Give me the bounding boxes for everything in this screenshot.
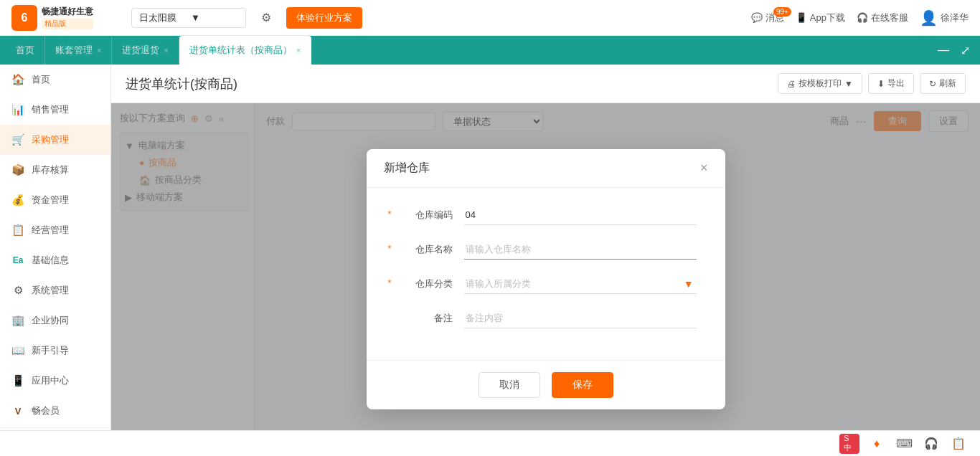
tab-purchase-stats[interactable]: 进货单统计表（按商品） ×	[179, 36, 311, 65]
sidebar: 🏠 首页 📊 销售管理 🛒 采购管理 📦 库存核算 💰 资金管理 📋 经营管理 …	[0, 65, 111, 456]
close-purchase-stats-tab-icon[interactable]: ×	[296, 46, 301, 54]
printer-icon: 🖨	[787, 79, 796, 89]
messages-button[interactable]: 💬 消息 99+	[751, 11, 784, 24]
sidebar-item-app-center[interactable]: 📱 应用中心	[0, 366, 110, 396]
nav-action-buttons: — ⤢	[933, 41, 974, 60]
tab-purchase-return[interactable]: 进货退货 ×	[112, 36, 179, 65]
category-select-wrapper: 请输入所属分类 ▼	[464, 274, 697, 294]
name-label: 仓库名称	[395, 243, 453, 256]
note-label: 备注	[395, 312, 453, 325]
modal-footer: 取消 保存	[367, 360, 725, 409]
tab-home[interactable]: 首页	[6, 36, 45, 65]
inventory-icon: 📦	[11, 163, 24, 176]
bottom-bar: S中 ♦ ⌨ 🎧 📋	[0, 430, 980, 456]
sidebar-item-inventory[interactable]: 📦 库存核算	[0, 155, 110, 185]
top-header: 6 畅捷通好生意 精品版 日太阳膜 ▼ ⚙ 体验行业方案 💬 消息 99+ 📱 …	[0, 0, 980, 36]
note-input[interactable]	[464, 308, 697, 328]
sidebar-label-sales: 销售管理	[32, 103, 69, 116]
new-warehouse-modal: 新增仓库 × 仓库编码 仓库名称	[367, 149, 725, 409]
sidebar-item-basic-info[interactable]: Ea 基础信息	[0, 245, 110, 275]
code-input[interactable]	[464, 205, 697, 225]
refresh-icon: ↻	[929, 79, 936, 89]
store-selector[interactable]: 日太阳膜 ▼	[131, 8, 246, 28]
cancel-button[interactable]: 取消	[479, 372, 540, 398]
sidebar-item-system[interactable]: ⚙ 系统管理	[0, 275, 110, 305]
sidebar-item-purchase[interactable]: 🛒 采购管理	[0, 125, 110, 155]
sidebar-item-home[interactable]: 🏠 首页	[0, 65, 110, 95]
operations-icon: 📋	[11, 224, 24, 237]
modal-header: 新增仓库 ×	[367, 149, 725, 188]
name-input[interactable]	[464, 239, 697, 260]
sidebar-label-guide: 新手引导	[32, 344, 69, 357]
export-button[interactable]: ⬇ 导出	[868, 73, 914, 94]
category-label: 仓库分类	[395, 277, 453, 290]
sidebar-item-sales[interactable]: 📊 销售管理	[0, 95, 110, 125]
sidebar-item-operations[interactable]: 📋 经营管理	[0, 215, 110, 245]
home-tab-label: 首页	[16, 44, 34, 57]
message-badge: 99+	[773, 7, 791, 16]
save-button[interactable]: 保存	[552, 372, 613, 398]
sidebar-label-inventory: 库存核算	[32, 163, 69, 176]
app-center-icon: 📱	[11, 374, 24, 387]
category-select[interactable]: 请输入所属分类	[464, 274, 697, 294]
header-right: 💬 消息 99+ 📱 App下载 🎧 在线客服 👤 徐泽华	[751, 9, 969, 27]
page-title: 进货单统计(按商品)	[126, 75, 778, 92]
sidebar-label-app-center: 应用中心	[32, 374, 69, 387]
modal-overlay: 新增仓库 × 仓库编码 仓库名称	[111, 103, 980, 455]
purchase-return-tab-label: 进货退货	[122, 44, 159, 57]
sidebar-label-finance: 资金管理	[32, 194, 69, 206]
main-layout: 🏠 首页 📊 销售管理 🛒 采购管理 📦 库存核算 💰 资金管理 📋 经营管理 …	[0, 65, 980, 456]
tab-accounts[interactable]: 账套管理 ×	[45, 36, 112, 65]
finance-icon: 💰	[11, 194, 24, 206]
basic-info-icon: Ea	[11, 254, 24, 267]
print-button[interactable]: 🖨 按模板打印 ▼	[778, 73, 862, 94]
system-icon: ⚙	[11, 284, 24, 297]
minimize-window-button[interactable]: —	[933, 41, 953, 60]
modal-body: 仓库编码 仓库名称 仓库分类	[367, 188, 725, 360]
sidebar-label-operations: 经营管理	[32, 224, 69, 237]
keyboard-icon[interactable]: ⌨	[894, 434, 914, 454]
chevron-down-icon: ▼	[191, 12, 238, 23]
app-icon: 📱	[796, 12, 807, 23]
cn-input-icon[interactable]: S中	[839, 434, 859, 454]
refresh-button[interactable]: ↻ 刷新	[920, 73, 966, 94]
export-icon: ⬇	[877, 79, 885, 89]
close-accounts-tab-icon[interactable]: ×	[97, 46, 101, 54]
sidebar-label-system: 系统管理	[32, 284, 69, 297]
clipboard-icon[interactable]: 📋	[948, 434, 969, 454]
sales-icon: 📊	[11, 103, 24, 116]
trial-button[interactable]: 体验行业方案	[286, 7, 362, 29]
sidebar-item-member[interactable]: V 畅会员	[0, 396, 110, 426]
content-header: 进货单统计(按商品) 🖨 按模板打印 ▼ ⬇ 导出 ↻ 刷新	[111, 65, 980, 103]
maximize-window-button[interactable]: ⤢	[956, 41, 974, 60]
audio-icon[interactable]: 🎧	[921, 434, 941, 454]
logo-text: 畅捷通好生意 精品版	[42, 6, 93, 29]
app-download-button[interactable]: 📱 App下载	[796, 11, 845, 24]
sidebar-item-finance[interactable]: 💰 资金管理	[0, 185, 110, 215]
close-purchase-return-tab-icon[interactable]: ×	[164, 46, 168, 54]
sidebar-item-enterprise[interactable]: 🏢 企业协同	[0, 305, 110, 336]
form-row-code: 仓库编码	[395, 205, 697, 225]
online-service-button[interactable]: 🎧 在线客服	[857, 11, 908, 24]
member-icon: V	[11, 404, 24, 417]
accounts-tab-label: 账套管理	[55, 44, 93, 57]
modal-title: 新增仓库	[384, 161, 430, 176]
diamond-icon[interactable]: ♦	[867, 434, 887, 454]
enterprise-icon: 🏢	[11, 314, 24, 327]
gear-button[interactable]: ⚙	[255, 6, 278, 29]
guide-icon: 📖	[11, 344, 24, 357]
code-label: 仓库编码	[395, 209, 453, 222]
sidebar-label-basic-info: 基础信息	[32, 254, 69, 267]
user-menu-button[interactable]: 👤 徐泽华	[920, 9, 969, 27]
user-avatar-icon: 👤	[920, 9, 938, 27]
filter-table-wrapper: 按以下方案查询 ⊕ ⚙ « ▼ 电脑端方案 ● 按商品	[111, 103, 980, 455]
modal-close-button[interactable]: ×	[700, 161, 708, 176]
content-area: 进货单统计(按商品) 🖨 按模板打印 ▼ ⬇ 导出 ↻ 刷新	[111, 65, 980, 456]
sidebar-item-guide[interactable]: 📖 新手引导	[0, 336, 110, 366]
content-actions: 🖨 按模板打印 ▼ ⬇ 导出 ↻ 刷新	[778, 73, 966, 94]
purchase-stats-tab-label: 进货单统计表（按商品）	[189, 44, 292, 57]
logo-icon: 6	[11, 5, 37, 31]
store-name: 日太阳膜	[139, 11, 187, 24]
form-row-name: 仓库名称	[395, 239, 697, 260]
headset-icon: 🎧	[857, 12, 868, 23]
